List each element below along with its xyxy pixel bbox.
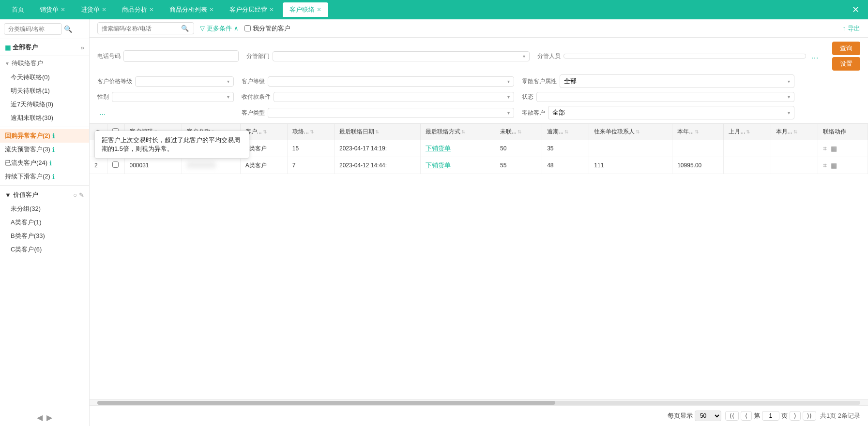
my-customers-filter: 我分管的客户 — [244, 24, 290, 33]
dots-button-2[interactable]: ... — [97, 108, 107, 117]
retail-attr-select[interactable]: 全部 ▾ — [560, 74, 794, 88]
gender-select[interactable]: ▾ — [112, 92, 234, 102]
export-button[interactable]: ↑ 导出 — [843, 24, 861, 33]
nav-item-customer-tier[interactable]: 客户分层经营 ✕ — [223, 2, 281, 17]
overdue-column-header[interactable]: 逾期...⇅ — [542, 124, 589, 140]
sidebar-section-pending[interactable]: ▼ 待联络客户 — [0, 56, 89, 71]
grid-action-icon[interactable]: ▦ — [831, 145, 837, 152]
payment-select[interactable]: ▾ — [274, 92, 514, 102]
horizontal-scrollbar[interactable] — [90, 399, 868, 405]
sidebar-value-customer-section[interactable]: ▼ 价值客户 ○ ✎ — [0, 188, 89, 202]
filter-row-3: 性别 ▾ 收付款条件 ▾ 状态 — [97, 92, 860, 102]
action-cell: ⌗ ▦ — [818, 140, 868, 157]
next-page-button[interactable]: ⟩ — [790, 411, 801, 421]
nav-item-home[interactable]: 首页 — [5, 2, 31, 17]
row-checkbox-cell[interactable] — [107, 157, 124, 174]
sidebar-item-overdue[interactable]: 逾期未联络(30) — [0, 111, 89, 125]
phone-input[interactable] — [123, 50, 239, 62]
search-input[interactable] — [102, 25, 179, 32]
uncontacted-cell: 50 — [495, 140, 542, 157]
prev-page-button[interactable]: ⟨ — [741, 411, 752, 421]
scroll-thumb[interactable] — [97, 401, 555, 405]
filter-row-1: 电话号码 分管部门 ▾ 分管人员 … — [97, 42, 860, 71]
dots-button[interactable]: … — [809, 52, 821, 60]
close-icon[interactable]: ✕ — [209, 6, 214, 13]
close-icon[interactable]: ✕ — [149, 6, 154, 13]
last-contact-date-cell: 2023-04-17 14:19: — [334, 140, 420, 157]
circle-icon[interactable]: ○ — [73, 191, 77, 199]
window-close-button[interactable]: ✕ — [848, 4, 863, 15]
info-icon[interactable]: ℹ — [52, 132, 55, 140]
filter-bar: 🔍 ▽ 更多条件 ∧ 我分管的客户 ↑ 导出 — [90, 19, 868, 38]
filter-customer-level: 客户等级 ▾ — [242, 76, 514, 87]
retail-customer-select[interactable]: 全部 ▾ — [548, 106, 794, 119]
query-button[interactable]: 查询 — [832, 42, 860, 55]
link-action-icon[interactable]: ⌗ — [823, 162, 827, 170]
status-select[interactable]: ▾ — [536, 92, 794, 102]
next-arrow-icon[interactable]: ▶ — [46, 413, 52, 422]
contact-count-column-header[interactable]: 联络...⇅ — [287, 124, 334, 140]
sidebar-item-repurchase-anomaly[interactable]: 回购异常客户(2) ℹ — [0, 129, 89, 143]
table-area[interactable]: ⚙ 客户编码⇅ 客户名称⇅ 客户...⇅ 联络...⇅ 最后联络日期⇅ 最后联络… — [90, 124, 868, 399]
person-select[interactable] — [563, 54, 806, 59]
sidebar-search-input[interactable] — [4, 23, 62, 35]
last-contact-method-column-header[interactable]: 最后联络方式⇅ — [421, 124, 495, 140]
per-page-select[interactable]: 10 20 50 100 — [695, 411, 721, 421]
row-checkbox[interactable] — [112, 162, 119, 168]
prev-arrow-icon[interactable]: ◀ — [37, 413, 43, 422]
nav-item-sales[interactable]: 销货单 ✕ — [33, 2, 72, 17]
sidebar-item-class-b[interactable]: B类客户(33) — [0, 229, 89, 243]
nav-item-customer-contact[interactable]: 客户联络 ✕ — [283, 2, 328, 17]
more-conditions-button[interactable]: ▽ 更多条件 ∧ — [200, 24, 239, 33]
close-icon[interactable]: ✕ — [102, 6, 107, 13]
link-action-icon[interactable]: ⌗ — [823, 145, 827, 153]
sidebar-item-declining[interactable]: 持续下滑客户(2) ℹ — [0, 170, 89, 183]
customer-level-select[interactable]: ▾ — [268, 76, 514, 87]
customer-type-select[interactable]: ▾ — [268, 108, 514, 118]
contact-count-cell: 15 — [287, 140, 334, 157]
last-contact-method-cell[interactable]: 下销货单 — [421, 157, 495, 174]
contact-method-link[interactable]: 下销货单 — [426, 162, 451, 169]
last-page-button[interactable]: ⟩⟩ — [803, 411, 816, 421]
my-customers-checkbox[interactable] — [244, 25, 251, 31]
close-icon[interactable]: ✕ — [269, 6, 274, 13]
info-icon[interactable]: ℹ — [49, 160, 52, 167]
sidebar-item-churned[interactable]: 已流失客户(24) ℹ — [0, 156, 89, 170]
first-page-button[interactable]: ⟨⟨ — [725, 411, 739, 421]
last-contact-method-cell[interactable]: 下销货单 — [421, 140, 495, 157]
nav-item-product-list[interactable]: 商品分析列表 ✕ — [163, 2, 221, 17]
chevron-down-icon: ▾ — [788, 94, 790, 100]
sidebar-item-7days[interactable]: 近7天待联络(0) — [0, 98, 89, 111]
price-level-select[interactable]: ▾ — [135, 76, 234, 87]
this-month-column-header[interactable]: 本月...⇅ — [771, 124, 818, 140]
close-icon[interactable]: ✕ — [317, 6, 321, 13]
sidebar-item-ungrouped[interactable]: 未分组(32) — [0, 202, 89, 216]
sidebar: 🔍 ▦ 全部客户 » ▼ 待联络客户 今天待联络(0) 明天待联络(1) 近7天… — [0, 19, 90, 426]
collapse-icon[interactable]: » — [81, 44, 84, 51]
search-icon[interactable]: 🔍 — [181, 25, 189, 32]
grid-action-icon[interactable]: ▦ — [831, 162, 837, 169]
sidebar-divider — [0, 127, 89, 127]
sidebar-item-today[interactable]: 今天待联络(0) — [0, 71, 89, 84]
uncontacted-column-header[interactable]: 未联...⇅ — [495, 124, 542, 140]
edit-icon[interactable]: ✎ — [79, 191, 84, 199]
contact-method-link[interactable]: 下销货单 — [426, 145, 451, 152]
nav-item-product-analysis[interactable]: 商品分析 ✕ — [115, 2, 161, 17]
page-number-input[interactable] — [762, 411, 779, 421]
sidebar-search-icon[interactable]: 🔍 — [64, 25, 72, 33]
sidebar-item-class-a[interactable]: A类客户(1) — [0, 216, 89, 229]
this-year-column-header[interactable]: 本年...⇅ — [672, 124, 724, 140]
info-icon[interactable]: ℹ — [52, 173, 55, 180]
last-contact-date-column-header[interactable]: 最后联络日期⇅ — [334, 124, 420, 140]
contact-count-cell: 7 — [287, 157, 334, 174]
settings-button[interactable]: 设置 — [832, 57, 860, 71]
info-icon[interactable]: ℹ — [52, 146, 55, 153]
sidebar-item-class-c[interactable]: C类客户(6) — [0, 243, 89, 256]
nav-item-purchase[interactable]: 进货单 ✕ — [74, 2, 113, 17]
contact-person-column-header[interactable]: 往来单位联系人⇅ — [589, 124, 672, 140]
close-icon[interactable]: ✕ — [61, 6, 65, 13]
dept-select[interactable]: ▾ — [273, 51, 530, 61]
sidebar-item-churn-warning[interactable]: 流失预警客户(3) ℹ — [0, 143, 89, 156]
sidebar-item-tomorrow[interactable]: 明天待联络(1) — [0, 84, 89, 98]
last-month-column-header[interactable]: 上月...⇅ — [724, 124, 771, 140]
